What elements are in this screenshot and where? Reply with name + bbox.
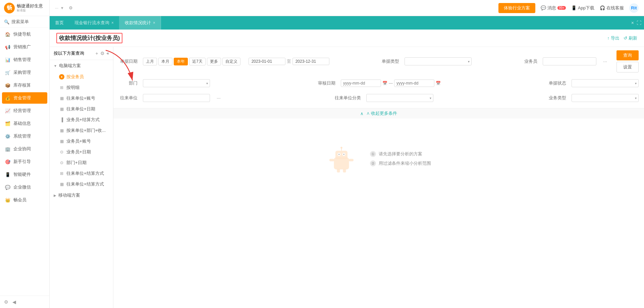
sidebar-item-wechat[interactable]: 💬 企业微信 xyxy=(0,181,49,194)
collapse-sidebar-icon[interactable]: ◀ xyxy=(12,299,16,305)
right-panel: 单据日期 上月 本月 本年 近7天 更多 自定义 至 xyxy=(113,47,644,308)
counterpart-label: 往来单位 xyxy=(119,95,138,101)
scheme-item-salesperson-settlement[interactable]: ▐ 业务员+结算方式 xyxy=(50,114,113,125)
logo-text: 畅捷通好生意 标准版 xyxy=(17,3,43,12)
sidebar-item-inventory[interactable]: 📦 库存核算 xyxy=(0,79,49,92)
scheme-item-supplier-account[interactable]: ▦ 往来单位+账号 xyxy=(50,93,113,104)
review-date-from[interactable] xyxy=(341,80,381,87)
mobile-group-header[interactable]: ▶ 移动端方案 xyxy=(50,190,113,201)
topbar-dropdown-icon[interactable]: ▾ xyxy=(61,5,63,10)
app-download-action[interactable]: 📱 App下载 xyxy=(571,5,594,11)
sidebar-item-member[interactable]: 👑 畅会员 xyxy=(0,194,49,206)
business-type-select[interactable] xyxy=(572,94,639,102)
scheme-item-by-salesperson[interactable]: ● 按业务员 xyxy=(50,71,113,82)
dept-select[interactable] xyxy=(143,79,210,87)
sidebar-item-finance[interactable]: 💰 资金管理 xyxy=(2,92,47,104)
refresh-btn[interactable]: ↺ 刷新 xyxy=(624,35,637,41)
sidebar: 畅 畅捷通好生意 标准版 🔍 搜索菜单 🏠 快捷导航 📢 营销推广 📊 销售管理… xyxy=(0,0,50,308)
scheme-item-dept-date[interactable]: ⊙ 部门+日期 xyxy=(50,157,113,168)
add-scheme-btn[interactable]: + xyxy=(96,51,98,56)
sidebar-search[interactable]: 🔍 搜索菜单 xyxy=(0,16,49,28)
tab-bank[interactable]: 现金银行流水查询 × xyxy=(69,16,119,30)
svg-point-4 xyxy=(338,154,340,155)
this-year-btn[interactable]: 本年 xyxy=(174,58,188,65)
export-btn[interactable]: ↑ 导出 xyxy=(607,35,620,41)
item-icon-salesperson-settlement: ▐ xyxy=(59,117,64,122)
sidebar-item-sales[interactable]: 📊 销售管理 xyxy=(0,53,49,66)
topbar: ··· ▾ ⚙ 体验行业方案 💬 消息 99+ 📱 App下载 🎧 在线客服 R… xyxy=(50,0,644,16)
tab-home[interactable]: 首页 xyxy=(50,16,69,30)
nav-icon: ⚙️ xyxy=(5,133,11,139)
doc-status-select[interactable] xyxy=(572,79,639,87)
topbar-breadcrumb: ··· xyxy=(55,6,58,10)
collapse-bar[interactable]: ∧ ∧ 收起更多条件 xyxy=(113,108,644,118)
counterpart-more-btn[interactable]: ··· xyxy=(217,95,221,101)
date-to-input[interactable] xyxy=(292,58,329,65)
this-month-btn[interactable]: 本月 xyxy=(158,58,172,65)
date-from-input[interactable] xyxy=(249,58,285,65)
empty-robot-illustration xyxy=(326,145,357,175)
more-btn[interactable]: 更多 xyxy=(207,58,221,65)
query-btn[interactable]: 查询 xyxy=(616,50,639,60)
tab-bar: 首页 现金银行流水查询 × 收款情况统计 × × ⛶ xyxy=(50,16,644,30)
item-icon-supplier-settlement1: ⊞ xyxy=(59,171,64,176)
nav-icon: 👑 xyxy=(5,197,11,203)
sidebar-item-enterprise[interactable]: 🏢 企业协同 xyxy=(0,143,49,155)
settings-icon[interactable]: ⚙ xyxy=(4,299,8,305)
doc-type-select[interactable] xyxy=(405,57,472,65)
sidebar-item-basic[interactable]: 🗂️ 基础信息 xyxy=(0,117,49,130)
online-service-action[interactable]: 🎧 在线客服 xyxy=(600,5,624,11)
review-date-to[interactable] xyxy=(394,80,434,87)
svg-rect-8 xyxy=(337,169,340,172)
empty-state: ① 请先选择要分析的方案 ② 用过滤条件来缩小分析范围 xyxy=(113,118,644,308)
pc-scheme-group: ▼ 电脑端方案 ● 按业务员 ⊞ 按明细 ▦ 往来单位+账号 ▦ 往来单位 xyxy=(50,60,113,190)
scheme-settings-btn[interactable]: ⚙ xyxy=(100,51,105,56)
calendar-to-icon[interactable]: 📅 xyxy=(436,81,441,86)
last-month-btn[interactable]: 上月 xyxy=(143,58,157,65)
nav-icon: 💰 xyxy=(5,95,11,101)
topbar-settings-icon[interactable]: ⚙ xyxy=(69,5,73,10)
scheme-item-supplier-settlement2[interactable]: ▦ 往来单位+结算方式 xyxy=(50,179,113,190)
tab-collection[interactable]: 收款情况统计 × xyxy=(119,16,161,30)
custom-btn[interactable]: 自定义 xyxy=(222,58,240,65)
sidebar-item-operation[interactable]: 📈 经营管理 xyxy=(0,104,49,117)
scheme-item-by-supplier-dept[interactable]: ▦ 按来单位+部门+收... xyxy=(50,125,113,136)
tab-close-all-icon[interactable]: × xyxy=(631,20,634,25)
filter-settings-btn[interactable]: 设置 xyxy=(616,62,639,72)
scheme-item-supplier-date[interactable]: ▦ 往来单位+日期 xyxy=(50,104,113,114)
scheme-item-salesperson-account[interactable]: ▦ 业务员+账号 xyxy=(50,136,113,147)
svg-point-7 xyxy=(340,147,342,149)
counterpart-category-select[interactable] xyxy=(366,94,433,102)
svg-rect-9 xyxy=(343,169,346,172)
topbar-left: ··· ▾ ⚙ xyxy=(55,5,494,10)
business-type-label: 业务类型 xyxy=(547,95,566,101)
salesperson-more-btn[interactable]: ··· xyxy=(603,59,607,64)
sidebar-item-hardware[interactable]: 📱 智能硬件 xyxy=(0,168,49,181)
tab-maximize-icon[interactable]: ⛶ xyxy=(637,20,641,25)
trial-btn[interactable]: 体验行业方案 xyxy=(498,3,535,13)
scheme-item-supplier-settlement1[interactable]: ⊞ 往来单位+结算方式 xyxy=(50,168,113,179)
calendar-from-icon[interactable]: 📅 xyxy=(382,81,387,86)
scheme-item-by-detail[interactable]: ⊞ 按明细 xyxy=(50,82,113,93)
scheme-item-salesperson-date[interactable]: ⊙ 业务员+日期 xyxy=(50,147,113,157)
nav-icon: 📦 xyxy=(5,82,11,88)
svg-rect-1 xyxy=(335,151,347,159)
sidebar-item-system[interactable]: ⚙️ 系统管理 xyxy=(0,130,49,143)
svg-rect-10 xyxy=(329,159,334,161)
sidebar-item-guide[interactable]: 🎯 新手引导 xyxy=(0,155,49,168)
counterpart-input[interactable] xyxy=(143,94,210,102)
nav-icon: 📊 xyxy=(5,57,11,63)
pc-group-header[interactable]: ▼ 电脑端方案 xyxy=(50,60,113,71)
sidebar-item-quick-nav[interactable]: 🏠 快捷导航 xyxy=(0,28,49,41)
salesperson-input[interactable] xyxy=(543,57,596,65)
panel-collapse-btn[interactable]: « xyxy=(107,51,109,56)
user-avatar[interactable]: Rit xyxy=(629,3,639,13)
nav-icon: 📢 xyxy=(5,44,11,50)
sidebar-item-marketing[interactable]: 📢 营销推广 xyxy=(0,41,49,53)
tab-close-collection[interactable]: × xyxy=(153,20,155,25)
message-action[interactable]: 💬 消息 99+ xyxy=(541,5,566,11)
last-7-days-btn[interactable]: 近7天 xyxy=(189,58,206,65)
sidebar-item-purchase[interactable]: 🛒 采购管理 xyxy=(0,66,49,79)
tab-close-bank[interactable]: × xyxy=(111,20,114,25)
page-actions: ↑ 导出 ↺ 刷新 xyxy=(607,35,638,41)
